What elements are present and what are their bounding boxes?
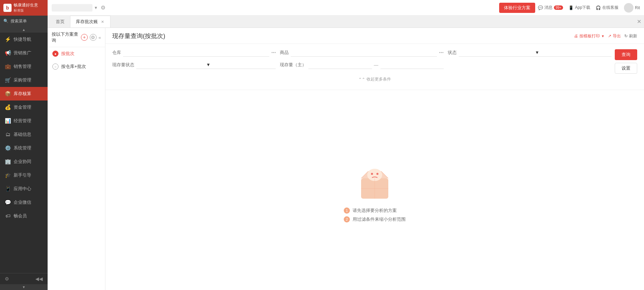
- stock-qty-from[interactable]: [308, 61, 372, 69]
- warehouse-dots-btn[interactable]: ···: [271, 50, 276, 56]
- collapse-left-btn[interactable]: «: [99, 35, 101, 40]
- wechat-label: 企业微信: [14, 199, 31, 205]
- sidebar-item-purchase[interactable]: 🛒 采购管理: [0, 73, 48, 87]
- tab-close-btn[interactable]: ✕: [100, 19, 105, 24]
- collapse-more-label: 收起更多条件: [367, 76, 391, 82]
- sidebar-item-inventory[interactable]: 📦 库存核算: [0, 87, 48, 101]
- scheme-warehouse-batch-label: 按仓库+批次: [61, 64, 86, 70]
- scheme-settings-btn[interactable]: ⚙: [90, 34, 97, 41]
- online-service-label: 在线客服: [602, 5, 618, 11]
- operations-label: 经营管理: [14, 118, 31, 124]
- sidebar-item-finance[interactable]: 💰 资金管理: [0, 101, 48, 114]
- empty-state: 1 请先选择要分析的方案 2 用过滤条件来缩小分析范围: [105, 90, 644, 290]
- user-profile-btn[interactable]: Rit: [624, 3, 640, 13]
- warehouse-filter: 仓库 ···: [112, 49, 276, 57]
- username: Rit: [635, 5, 640, 10]
- export-btn[interactable]: ↗ 导出: [608, 33, 621, 39]
- breadcrumb: ▼: [52, 4, 98, 12]
- sidebar-item-appstore[interactable]: 📱 应用中心: [0, 182, 48, 196]
- empty-tip-2: 2 用过滤条件来缩小分析范围: [344, 216, 406, 222]
- enterprise-label: 企业协同: [14, 159, 31, 165]
- inventory-icon: 📦: [5, 91, 11, 97]
- sidebar-item-basic[interactable]: 🗂 基础信息: [0, 128, 48, 141]
- left-panel-header: 按以下方案查询 ＋ ⚙ «: [48, 28, 105, 47]
- tab-home[interactable]: 首页: [50, 16, 70, 28]
- sales-label: 销售管理: [14, 64, 31, 70]
- sidebar-item-sales[interactable]: 💼 销售管理: [0, 60, 48, 73]
- member-label: 畅会员: [14, 213, 27, 219]
- sidebar-scroll-up[interactable]: ▲: [0, 27, 48, 33]
- appstore-label: 应用中心: [14, 186, 31, 192]
- stock-status-label: 现存量状态: [112, 62, 134, 68]
- enterprise-icon: 🏢: [5, 159, 11, 165]
- print-dropdown-arrow[interactable]: ▼: [601, 34, 605, 38]
- goods-dots-btn[interactable]: ···: [439, 50, 443, 56]
- headset-icon: 🎧: [596, 5, 601, 10]
- sidebar-scroll-down[interactable]: ▼: [0, 284, 48, 290]
- scheme-item-warehouse-batch[interactable]: ○ 按仓库+批次: [48, 60, 105, 73]
- sidebar-item-enterprise[interactable]: 🏢 企业协同: [0, 155, 48, 168]
- breadcrumb-input[interactable]: [52, 4, 92, 12]
- sidebar-item-member[interactable]: 🏷 畅会员: [0, 209, 48, 223]
- tab-inventory-batch-label: 库存批次账: [76, 19, 98, 25]
- filter-row-1: 仓库 ··· 商品 ··· 状态: [112, 49, 611, 57]
- add-scheme-btn[interactable]: ＋: [81, 34, 88, 41]
- industry-btn[interactable]: 体验行业方案: [499, 3, 535, 13]
- left-panel-title: 按以下方案查询: [52, 31, 81, 43]
- export-icon: ↗: [608, 34, 611, 38]
- stock-status-dropdown[interactable]: ▼: [136, 61, 276, 69]
- topbar-actions: 💬 消息 99+ 📱 App下载 🎧 在线客服 Rit: [538, 3, 640, 13]
- online-service-btn[interactable]: 🎧 在线客服: [596, 5, 618, 11]
- system-label: 系统管理: [14, 145, 31, 151]
- collapse-sidebar-icon[interactable]: ◀◀: [35, 276, 43, 282]
- tabbar-close-all-btn[interactable]: ✕: [637, 18, 641, 25]
- settings-icon[interactable]: ⚙: [5, 276, 9, 282]
- query-button[interactable]: 查询: [615, 49, 637, 60]
- stock-qty-to[interactable]: [380, 61, 444, 69]
- tip-text-2: 用过滤条件来缩小分析范围: [353, 216, 406, 222]
- stock-status-arrow: ▼: [206, 62, 273, 67]
- main-area: ▼ ⚙ 体验行业方案 💬 消息 99+ 📱 App下载 🎧 在线客服 Rit: [48, 0, 644, 290]
- print-template-btn[interactable]: 🖨 按模板打印 ▼: [574, 33, 605, 39]
- sidebar-bottom: ⚙ ◀◀: [0, 273, 48, 284]
- finance-icon: 💰: [5, 104, 11, 110]
- sidebar-item-marketing[interactable]: 📢 营销推广: [0, 46, 48, 60]
- sidebar-search[interactable]: 🔍 搜索菜单: [0, 16, 48, 27]
- shortcuts-label: 快捷导航: [14, 36, 31, 42]
- svg-point-3: [376, 173, 378, 175]
- avatar: [624, 3, 633, 13]
- collapse-up-icon: ⌃⌃: [358, 77, 365, 82]
- settings-button[interactable]: 设置: [615, 63, 637, 74]
- status-dropdown[interactable]: ▼: [459, 49, 611, 57]
- left-panel: 按以下方案查询 ＋ ⚙ « ● 按批次 ○ 按仓库+批次: [48, 28, 105, 290]
- sidebar-item-shortcuts[interactable]: ⚡ 快捷导航: [0, 33, 48, 46]
- app-company: 畅康通好生意: [14, 3, 38, 8]
- filter-row-2: 现存量状态 ▼ 现存量（主） —: [112, 61, 611, 69]
- app-edition: 标准版: [14, 8, 38, 13]
- app-info: 畅康通好生意 标准版: [14, 3, 38, 13]
- warehouse-input[interactable]: [123, 49, 269, 57]
- sidebar-item-system[interactable]: ⚙️ 系统管理: [0, 141, 48, 155]
- scheme-item-batch[interactable]: ● 按批次: [48, 47, 105, 60]
- settings-gear-icon[interactable]: ⚙: [101, 4, 105, 11]
- scheme-batch-label: 按批次: [61, 51, 74, 57]
- export-label: 导出: [613, 33, 621, 39]
- sidebar-item-wechat[interactable]: 💬 企业微信: [0, 196, 48, 209]
- sidebar-item-operations[interactable]: 📊 经营管理: [0, 114, 48, 128]
- stock-qty-label: 现存量（主）: [280, 62, 306, 68]
- message-btn[interactable]: 💬 消息 99+: [538, 5, 563, 11]
- goods-filter: 商品 ···: [280, 49, 443, 57]
- scheme-icon-gray: ○: [52, 64, 58, 70]
- finance-label: 资金管理: [14, 104, 31, 110]
- refresh-btn[interactable]: ↻ 刷新: [624, 33, 637, 39]
- collapse-more-btn[interactable]: ⌃⌃ 收起更多条件: [112, 74, 637, 85]
- sidebar-item-guide[interactable]: 🎓 新手引导: [0, 168, 48, 182]
- goods-input[interactable]: [291, 49, 437, 57]
- stock-status-filter: 现存量状态 ▼: [112, 61, 276, 69]
- tab-inventory-batch[interactable]: 库存批次账 ✕: [70, 16, 111, 28]
- shortcuts-icon: ⚡: [5, 36, 11, 42]
- scheme-icon-red: ●: [52, 51, 58, 57]
- sidebar-nav: ⚡ 快捷导航 📢 营销推广 💼 销售管理 🛒 采购管理 📦 库存核算 💰 资金管…: [0, 33, 48, 273]
- empty-tip-1: 1 请先选择要分析的方案: [344, 207, 406, 214]
- app-download-btn[interactable]: 📱 App下载: [569, 5, 590, 11]
